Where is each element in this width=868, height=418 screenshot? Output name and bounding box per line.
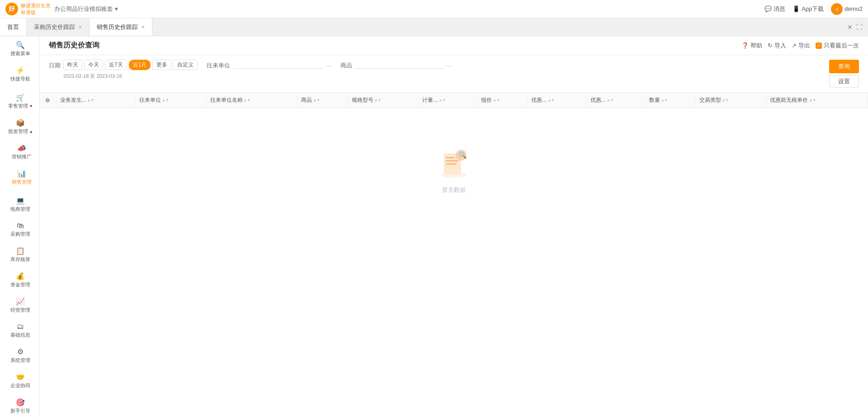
query-button[interactable]: 查询 [829,60,859,73]
user-menu[interactable]: d demo2 [831,3,863,15]
date-btn-7days[interactable]: 近7天 [105,60,127,70]
avatar: d [831,3,843,15]
logo-icon: 好 [5,3,18,15]
workspace-selector[interactable]: 办公用品行业模拟账套 ▾ [54,5,118,13]
table-header-row: ⚙ 业务发生... ▲▼ 往来单位 ▲▼ [40,93,868,108]
date-range-display: 2023-02-18 至 2023-03-18 [63,73,198,80]
inventory-icon: 📋 [16,247,25,255]
svg-text:🔍: 🔍 [459,152,467,159]
only-last-checkbox[interactable]: ✓ 只看最后一次 [816,42,859,50]
retail-icon: 🛒 [16,93,25,102]
sidebar-item-purchase[interactable]: 🛍 采购管理 [0,217,39,242]
sidebar-item-finance[interactable]: 💰 资金管理 [0,267,39,293]
operations-icon: 📈 [16,297,25,306]
counterparty-input-area: ... [233,60,331,69]
product-picker-button[interactable]: ... [447,60,453,68]
message-icon: 💬 [764,5,772,12]
tab-sales-close[interactable]: × [142,24,145,30]
system-icon: ⚙ [17,347,24,356]
date-filter-label: 日期 [49,60,61,70]
col-product[interactable]: 商品 ▲▼ [297,93,348,108]
col-pretax-price[interactable]: 优惠前无税单价 ▲▼ [766,93,868,108]
gear-icon[interactable]: ⚙ [45,97,50,104]
col-price[interactable]: 报价 ▲▼ [477,93,528,108]
enterprise-icon: 🤝 [16,373,25,381]
col-counterparty-code[interactable]: 往来单位 ▲▼ [135,93,206,108]
date-btn-row: 昨天 今天 近7天 近1月 更多 自定义 [63,60,198,70]
col-gear[interactable]: ⚙ [40,93,56,108]
checkbox-icon: ✓ [816,43,822,49]
sort-arrows-discount2: ▲▼ [607,99,614,102]
col-quantity[interactable]: 数量 ▲▼ [645,93,695,108]
svg-rect-4 [446,163,457,165]
sidebar-item-marketing[interactable]: 📣 营销推广 [0,139,39,165]
tabbar: 首页 采购历史价跟踪 × 销售历史价跟踪 × ✕ ⛶ [0,18,868,36]
col-counterparty-name[interactable]: 往来单位名称 ▲▼ [206,93,297,108]
topbar-left: 好 畅捷通好生意 标准版 办公用品行业模拟账套 ▾ [5,2,118,15]
sidebar-item-retail[interactable]: 🛒 零售管理 ▾ [0,89,39,114]
col-discount2[interactable]: 优惠... ▲▼ [586,93,645,108]
settings-button[interactable]: 设置 [829,75,859,88]
sidebar-item-system[interactable]: ⚙ 系统管理 [0,343,39,368]
tab-sales[interactable]: 销售历史价跟踪 × [90,18,152,36]
newbie-icon: 🎯 [16,398,25,407]
product-input[interactable] [355,60,445,69]
sidebar-item-operations[interactable]: 📈 经营管理 [0,293,39,318]
content-area: 销售历史价查询 ❓ 帮助 ↻ 导入 ↗ 导出 ✓ 只看最后一次 [40,36,868,418]
search-icon: 🔍 [16,41,25,49]
maximize-button[interactable]: ⛶ [856,24,863,31]
help-button[interactable]: ❓ 帮助 [741,42,762,50]
product-filter-label: 商品 [340,60,352,70]
message-button[interactable]: 💬 消息 [764,5,785,13]
sidebar-item-ecommerce[interactable]: 💻 电商管理 [0,192,39,217]
sidebar-item-wholesale[interactable]: 📦 批发管理 ▴ [0,114,39,139]
close-all-tabs-button[interactable]: ✕ [847,24,853,31]
finance-icon: 💰 [16,272,25,280]
sidebar-item-newbie[interactable]: 🎯 新手引导 [0,394,39,418]
sidebar-item-inventory[interactable]: 📋 库存核算 [0,242,39,267]
date-btn-custom[interactable]: 自定义 [173,60,198,70]
help-icon: ❓ [741,42,749,49]
date-btn-today[interactable]: 今天 [84,60,103,70]
sidebar-item-sales-mgmt[interactable]: 📊 销售管理 [0,165,39,190]
tab-purchase[interactable]: 采购历史价跟踪 × [27,18,90,36]
col-spec[interactable]: 规格型号 ▲▼ [348,93,419,108]
counterparty-input[interactable] [233,60,323,69]
tab-home[interactable]: 首页 [0,18,27,36]
page-title: 销售历史价查询 [49,41,99,50]
app-download-button[interactable]: 📱 App下载 [793,5,824,13]
data-table: ⚙ 业务发生... ▲▼ 往来单位 ▲▼ [40,93,868,108]
tabbar-actions: ✕ ⛶ [842,18,868,36]
col-discount1[interactable]: 优惠... ▲▼ [528,93,586,108]
logo-text: 畅捷通好生意 标准版 [21,2,51,15]
product-input-area: ... [355,60,453,69]
chevron-down-icon: ▾ [115,5,118,12]
date-btn-more[interactable]: 更多 [152,60,171,70]
sort-arrows-spec: ▲▼ [374,99,382,102]
date-btn-yesterday[interactable]: 昨天 [63,60,82,70]
export-icon: ↗ [792,42,797,49]
empty-state: 🔍 暂无数据 [40,108,868,230]
counterparty-filter-label: 往来单位 [207,60,230,70]
import-button[interactable]: ↻ 导入 [768,42,786,50]
sort-arrows-counterparty: ▲▼ [162,99,169,102]
sort-arrows-trade-type: ▲▼ [722,99,729,102]
table-head: ⚙ 业务发生... ▲▼ 往来单位 ▲▼ [40,93,868,108]
counterparty-picker-button[interactable]: ... [325,60,331,68]
sort-arrows-price: ▲▼ [493,99,500,102]
sidebar-item-search[interactable]: 🔍 搜索菜单 [0,36,39,62]
tab-purchase-close[interactable]: × [79,24,82,30]
sidebar-item-basic[interactable]: 🗂 基础信息 [0,318,39,343]
filter-bar: 日期 昨天 今天 近7天 近1月 更多 自定义 2023-02-18 至 202… [40,55,868,93]
page-header: 销售历史价查询 ❓ 帮助 ↻ 导入 ↗ 导出 ✓ 只看最后一次 [40,36,868,55]
col-unit[interactable]: 计量... ▲▼ [419,93,477,108]
svg-rect-2 [446,157,455,158]
sidebar-item-enterprise[interactable]: 🤝 企业协同 [0,368,39,394]
col-biz-date[interactable]: 业务发生... ▲▼ [56,93,135,108]
basic-icon: 🗂 [17,323,24,331]
sort-arrows-unit: ▲▼ [439,99,446,102]
export-button[interactable]: ↗ 导出 [792,42,810,50]
col-trade-type[interactable]: 交易类型 ▲▼ [695,93,766,108]
date-btn-1month[interactable]: 近1月 [129,60,151,70]
sidebar-item-quick[interactable]: ⚡ 快捷导航 [0,62,39,87]
